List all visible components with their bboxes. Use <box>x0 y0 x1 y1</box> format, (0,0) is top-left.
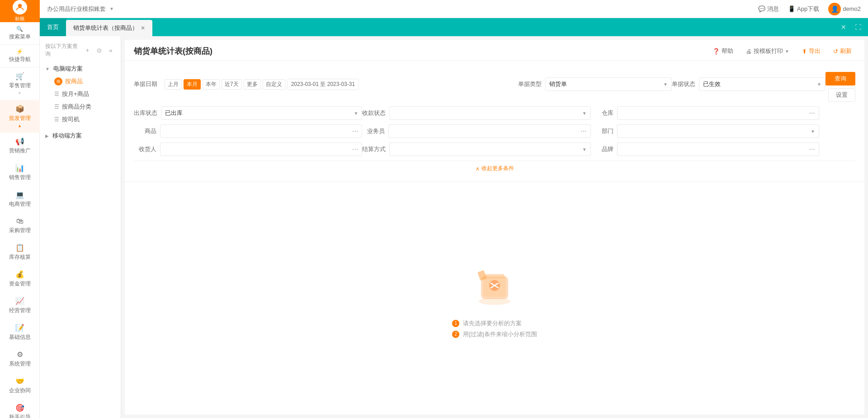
tree-child-byproduct-label: 按商品 <box>65 77 83 86</box>
sidebar-item-wholesale[interactable]: 📦 批发管理 ▲ <box>0 100 40 133</box>
print-icon: 🖨 <box>746 48 752 55</box>
date-control: 上月 本月 本年 近7天 更多 自定义 2023-03-01 至 2023-03… <box>161 77 518 92</box>
tab-maximize-btn[interactable]: ⛶ <box>852 21 864 33</box>
date-quick-btns: 上月 本月 本年 近7天 更多 自定义 <box>165 79 285 90</box>
date-btn-custom[interactable]: 自定义 <box>263 79 285 90</box>
collapse-panel-btn[interactable]: « <box>106 46 115 55</box>
finance-icon: 💰 <box>15 270 24 279</box>
tab-home[interactable]: 首页 <box>40 18 66 36</box>
sidebar-item-retail[interactable]: 🛒 零售管理 ▼ <box>0 67 40 100</box>
product-control[interactable]: ··· <box>160 124 362 138</box>
message-btn[interactable]: 💬 消息 <box>758 5 779 13</box>
page-title: 销货单统计表(按商品) <box>134 46 212 57</box>
sidebar-item-marketing[interactable]: 📢 营销推广 <box>0 133 40 159</box>
sidebar-quicknav-label: 快捷导航 <box>9 56 31 63</box>
date-btn-7days[interactable]: 近7天 <box>222 79 242 90</box>
help-btn[interactable]: ❓ 帮助 <box>709 45 737 57</box>
top-header: 办公用品行业模拟账套 ▼ 💬 消息 📱 App下载 👤 demo2 <box>40 0 868 18</box>
collapse-filter-btn[interactable]: ∧ 收起更多条件 <box>134 161 855 176</box>
filter-row-1: 单据日期 上月 本月 本年 近7天 更多 自定义 2023- <box>134 66 855 102</box>
collapse-up-icon: ∧ <box>476 166 480 172</box>
purchase-icon: 🛍 <box>16 217 24 225</box>
tree-parent-desktop[interactable]: ▼ 电脑端方案 <box>40 62 121 75</box>
empty-state: 1 请先选择要分析的方案 2 用[过滤]条件来缩小分析范围 <box>125 182 864 414</box>
department-control[interactable]: ▼ <box>617 124 819 138</box>
edit-scheme-btn[interactable]: ⊙ <box>94 46 104 55</box>
left-panel-icons: ＋ ⊙ « <box>83 46 115 55</box>
sidebar-item-basicinfo[interactable]: 📝 基础信息 <box>0 319 40 346</box>
refresh-label: 刷新 <box>840 47 852 55</box>
settle-control[interactable]: ▼ <box>389 142 590 156</box>
sidebar-item-quicknav[interactable]: ⚡ 快捷导航 <box>0 45 40 67</box>
inventory-icon: 📋 <box>15 243 24 252</box>
tree-mobile: ▶ 移动端方案 <box>40 128 121 144</box>
warehouse-control[interactable]: ··· <box>617 106 819 120</box>
doctype-label: 单据类型 <box>518 80 542 88</box>
docstatus-control[interactable]: 已生效 ▼ <box>699 77 826 91</box>
collectstatus-label: 收款状态 <box>362 109 386 117</box>
settings-button[interactable]: 设置 <box>828 88 855 102</box>
wholesale-arrow-icon: ▲ <box>18 124 22 128</box>
add-scheme-btn[interactable]: ＋ <box>83 46 92 55</box>
product-more-icon[interactable]: ··· <box>352 127 358 135</box>
tree-child-bydriver[interactable]: ☰ 按司机 <box>40 113 121 126</box>
date-btn-thismonth[interactable]: 本月 <box>184 79 201 90</box>
sidebar-item-purchase[interactable]: 🛍 采购管理 <box>0 213 40 239</box>
query-button[interactable]: 查询 <box>826 72 855 86</box>
filter-settle: 结算方式 ▼ <box>362 142 590 156</box>
salesman-more-icon[interactable]: ··· <box>580 127 586 135</box>
guide-icon: 🎯 <box>15 404 24 412</box>
tab-minimize-btn[interactable]: ✕ <box>837 21 850 33</box>
docstatus-arrow-icon: ▼ <box>817 82 821 87</box>
tree-child-byproduct[interactable]: 按 按商品 <box>40 75 121 88</box>
brand-more-icon[interactable]: ··· <box>809 145 815 153</box>
collectstatus-control[interactable]: ▼ <box>389 106 590 120</box>
template-print-btn[interactable]: 🖨 按模板打印 ▼ <box>742 45 793 57</box>
app-download-icon: 📱 <box>788 5 795 12</box>
sidebar-item-ecommerce[interactable]: 💻 电商管理 <box>0 186 40 213</box>
date-btn-lastmonth[interactable]: 上月 <box>165 79 182 90</box>
app-logo[interactable]: 标账 <box>0 0 40 22</box>
sidebar-marketing-label: 营销推广 <box>9 147 31 155</box>
tab-statistics[interactable]: 销货单统计表（按商品） ✕ <box>66 20 152 36</box>
tree-parent-mobile[interactable]: ▶ 移动端方案 <box>40 129 121 142</box>
export-icon: ⬆ <box>802 48 807 55</box>
user-menu[interactable]: 👤 demo2 <box>828 3 861 15</box>
sidebar-item-inventory[interactable]: 📋 库存核算 <box>0 239 40 266</box>
doctype-arrow-icon: ▼ <box>663 82 668 87</box>
bycategory-icon: ☰ <box>54 104 59 110</box>
date-range-display[interactable]: 2023-03-01 至 2023-03-31 <box>287 79 359 90</box>
tree-child-bymonth[interactable]: ☰ 按月+商品 <box>40 88 121 100</box>
date-btn-more[interactable]: 更多 <box>244 79 261 90</box>
refresh-btn[interactable]: ↺ 刷新 <box>830 45 855 57</box>
sidebar-item-guide[interactable]: 🎯 新手引导 <box>0 399 40 418</box>
receiver-control[interactable]: ··· <box>160 142 362 156</box>
brand-control[interactable]: ··· <box>617 142 819 156</box>
app-download-btn[interactable]: 📱 App下载 <box>788 5 819 13</box>
empty-tip-1: 1 请先选择要分析的方案 <box>452 319 537 328</box>
sidebar-item-system[interactable]: ⚙ 系统管理 <box>0 346 40 372</box>
receiver-more-icon[interactable]: ··· <box>352 145 358 153</box>
outstatus-control[interactable]: 已出库 ▼ <box>161 106 362 120</box>
date-btn-thisyear[interactable]: 本年 <box>203 79 220 90</box>
filter-department: 部门 ▼ <box>591 124 819 138</box>
sidebar-item-operations[interactable]: 📈 经营管理 <box>0 292 40 319</box>
sidebar-item-sales[interactable]: 📊 销售管理 <box>0 159 40 186</box>
home-tab-label: 首页 <box>47 23 59 31</box>
doctype-control[interactable]: 销货单 ▼ <box>545 77 672 91</box>
sidebar-item-collab[interactable]: 🤝 企业协同 <box>0 372 40 399</box>
tree-child-bycategory[interactable]: ☰ 按商品分类 <box>40 100 121 113</box>
sidebar-item-search[interactable]: 🔍 搜索菜单 <box>0 22 40 45</box>
filter-date: 单据日期 上月 本月 本年 近7天 更多 自定义 2023- <box>134 77 518 92</box>
filter-area: 单据日期 上月 本月 本年 近7天 更多 自定义 2023- <box>125 61 864 182</box>
help-label: 帮助 <box>722 47 733 55</box>
tree-parent-mobile-label: 移动端方案 <box>52 132 82 140</box>
tab-close-btn[interactable]: ✕ <box>141 25 145 31</box>
sidebar-item-finance[interactable]: 💰 资金管理 <box>0 266 40 292</box>
salesman-control[interactable]: ··· <box>388 124 590 138</box>
svg-marker-7 <box>483 274 506 279</box>
export-btn[interactable]: ⬆ 导出 <box>798 45 824 57</box>
warehouse-more-icon[interactable]: ··· <box>809 109 815 117</box>
statistics-tab-label: 销货单统计表（按商品） <box>73 24 138 32</box>
collectstatus-arrow-icon: ▼ <box>582 111 587 116</box>
